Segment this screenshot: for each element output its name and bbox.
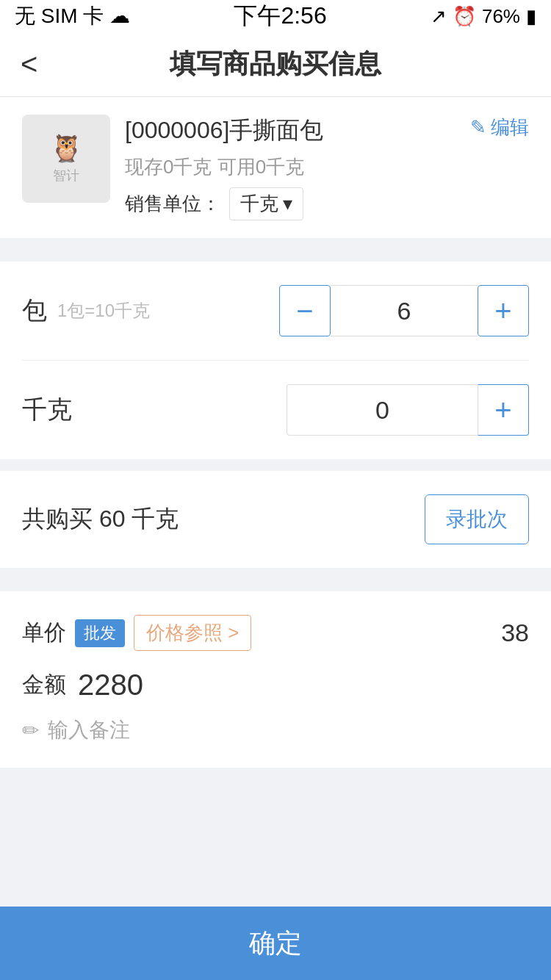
edit-icon: ✎ xyxy=(470,116,486,139)
status-bar: 无 SIM 卡 ☁ 下午2:56 ↗ ⏰ 76% ▮ xyxy=(0,0,551,32)
status-time: 下午2:56 xyxy=(234,0,326,32)
input-section: 包 1包=10千克 − + 千克 + xyxy=(0,262,551,459)
package-quantity-control: − + xyxy=(279,285,529,336)
kg-plus-button[interactable]: + xyxy=(478,384,529,436)
owl-icon: 🦉 xyxy=(50,133,83,164)
remark-label: 输入备注 xyxy=(48,716,130,744)
edit-label: 编辑 xyxy=(491,115,529,140)
amount-value: 2280 xyxy=(78,669,143,702)
location-icon: ↗ xyxy=(431,5,447,28)
status-right: ↗ ⏰ 76% ▮ xyxy=(431,5,536,28)
total-row: 共购买 60 千克 录批次 xyxy=(0,471,551,568)
kg-input[interactable] xyxy=(287,384,478,436)
unit-select[interactable]: 千克 ▾ xyxy=(229,187,303,220)
product-card: 🦉 智计 [0000006]手撕面包 现存0千克 可用0千克 销售单位： 千克 … xyxy=(0,97,551,238)
amount-label: 金额 xyxy=(22,670,66,700)
record-batch-button[interactable]: 录批次 xyxy=(425,494,529,544)
product-unit-row: 销售单位： 千克 ▾ xyxy=(125,187,529,220)
edit-button[interactable]: ✎ 编辑 xyxy=(470,115,529,140)
price-section: 单价 批发 价格参照 > 38 金额 2280 ✏ 输入备注 xyxy=(0,591,551,768)
package-minus-button[interactable]: − xyxy=(279,285,331,336)
alarm-icon: ⏰ xyxy=(453,5,476,28)
divider-2 xyxy=(0,459,551,471)
product-name: [0000006]手撕面包 xyxy=(125,115,529,147)
price-reference-button[interactable]: 价格参照 > xyxy=(134,615,251,651)
kg-quantity-control: + xyxy=(287,384,529,436)
kg-label: 千克 xyxy=(22,393,72,427)
price-type-tag: 批发 xyxy=(75,619,125,647)
remark-row[interactable]: ✏ 输入备注 xyxy=(22,716,529,744)
no-sim-text: 无 SIM 卡 ☁ xyxy=(15,2,130,30)
product-info: [0000006]手撕面包 现存0千克 可用0千克 销售单位： 千克 ▾ xyxy=(125,115,529,220)
package-row: 包 1包=10千克 − + xyxy=(22,262,529,361)
unit-value: 千克 xyxy=(240,191,278,217)
battery-icon: ▮ xyxy=(526,5,536,28)
dropdown-icon: ▾ xyxy=(283,192,292,215)
price-label-group: 单价 批发 价格参照 > xyxy=(22,615,251,651)
total-text: 共购买 60 千克 xyxy=(22,503,179,536)
product-image-label: 智计 xyxy=(53,167,79,184)
confirm-button[interactable]: 确定 xyxy=(0,907,551,980)
product-stock: 现存0千克 可用0千克 xyxy=(125,154,529,180)
divider-3 xyxy=(0,580,551,591)
price-value: 38 xyxy=(501,619,529,647)
divider-1 xyxy=(0,250,551,262)
unit-label: 销售单位： xyxy=(125,191,220,217)
package-hint: 1包=10千克 xyxy=(57,299,150,323)
amount-row: 金额 2280 xyxy=(22,669,529,702)
page-title: 填写商品购买信息 xyxy=(170,46,381,82)
package-input[interactable] xyxy=(331,285,478,336)
price-row: 单价 批发 价格参照 > 38 xyxy=(22,615,529,651)
back-button[interactable]: < xyxy=(21,48,37,81)
pencil-icon: ✏ xyxy=(22,718,39,743)
battery-text: 76% xyxy=(482,5,520,28)
price-label: 单价 xyxy=(22,618,66,648)
status-left: 无 SIM 卡 ☁ xyxy=(15,2,130,30)
nav-bar: < 填写商品购买信息 xyxy=(0,32,551,97)
package-label: 包 1包=10千克 xyxy=(22,294,150,328)
package-plus-button[interactable]: + xyxy=(478,285,529,336)
product-image: 🦉 智计 xyxy=(22,115,110,203)
kg-row: 千克 + xyxy=(22,361,529,459)
